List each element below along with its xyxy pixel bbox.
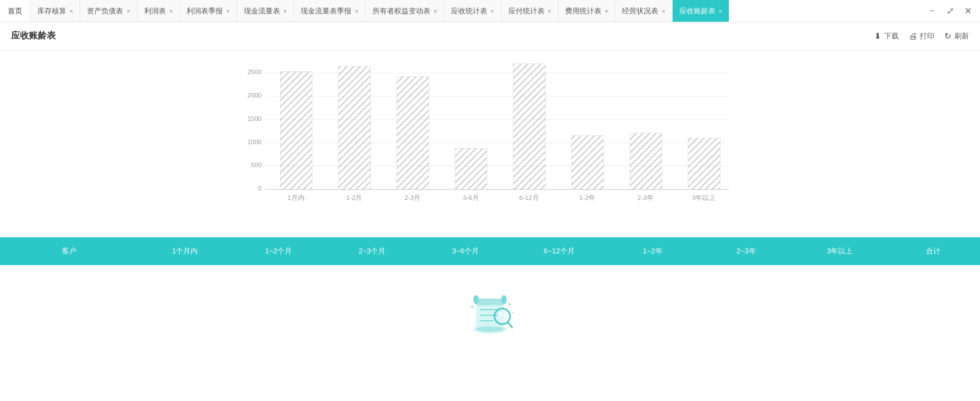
tab-profit-close[interactable]: × [169,8,173,14]
tab-cashflow-label: 现金流量表 [244,6,280,16]
col-header-1-2m: 1~2个月 [232,246,325,256]
window-minimize-button[interactable]: － [924,3,940,19]
main-content: 2500 2000 1500 1000 500 0 [0,50,980,401]
tab-equity-close[interactable]: × [434,8,437,14]
download-label: 下载 [884,31,899,41]
col-header-3-6m: 3~6个月 [419,246,512,256]
tab-ar-aging[interactable]: 应收账龄表 × [673,0,729,22]
tab-operations[interactable]: 经营状况表 × [615,0,672,22]
chart-container: 2500 2000 1500 1000 500 0 [239,61,741,226]
tab-ar-aging-close[interactable]: × [719,8,722,14]
tab-ap-stats[interactable]: 应付统计表 × [502,0,558,22]
bar-2 [339,66,371,189]
tab-profit-quarterly[interactable]: 利润表季报 × [180,0,237,22]
bar-1 [280,71,312,189]
col-header-2-3y: 2~3年 [699,246,793,256]
tab-operations-label: 经营状况表 [622,6,658,16]
tab-equity-label: 所有者权益变动表 [373,6,430,16]
tab-operations-close[interactable]: × [661,8,665,14]
svg-point-37 [512,312,513,314]
tab-cashflow[interactable]: 现金流量表 × [237,0,294,22]
svg-text:1500: 1500 [247,115,262,122]
bar-3 [397,77,429,190]
chart-section: 2500 2000 1500 1000 500 0 [0,50,980,237]
tab-ar-stats[interactable]: 应收统计表 × [444,0,501,22]
svg-point-32 [498,312,502,316]
tab-cashflow-quarterly-label: 现金流量表季报 [301,6,351,16]
svg-text:1-2月: 1-2月 [346,194,362,201]
tab-bar-actions: － ⤢ ✕ [924,3,980,19]
svg-text:1000: 1000 [247,139,262,145]
svg-text:2-3月: 2-3月 [405,194,421,201]
tab-balance-sheet-label: 资产负债表 [87,6,123,16]
tab-cashflow-quarterly-close[interactable]: × [355,8,358,14]
tab-balance-sheet-close[interactable]: × [126,8,130,14]
tab-ar-stats-label: 应收统计表 [451,6,487,16]
svg-text:2500: 2500 [247,69,262,75]
window-maximize-button[interactable]: ⤢ [942,3,958,19]
print-button[interactable]: 🖨 打印 [909,31,934,41]
svg-text:3-6月: 3-6月 [463,194,479,201]
page-title: 应收账龄表 [11,30,56,42]
tab-ar-aging-label: 应收账龄表 [679,6,716,16]
tab-equity[interactable]: 所有者权益变动表 × [366,0,444,22]
tab-cashflow-close[interactable]: × [283,8,287,14]
empty-section [0,265,980,349]
bar-4 [455,149,487,190]
svg-text:1-2年: 1-2年 [579,194,595,201]
tab-profit[interactable]: 利润表 × [138,0,180,22]
page-header: 应收账龄表 ⬇ 下载 🖨 打印 ↻ 刷新 [0,22,980,50]
table-header: 客户 1个月内 1~2个月 2~3个月 3~6个月 6~12个月 1~2年 2~… [0,237,980,265]
download-button[interactable]: ⬇ 下载 [874,31,899,41]
tab-expense-stats[interactable]: 费用统计表 × [558,0,615,22]
header-actions: ⬇ 下载 🖨 打印 ↻ 刷新 [874,31,969,41]
tab-expense-stats-label: 费用统计表 [565,6,601,16]
svg-line-31 [508,322,512,327]
svg-text:0: 0 [258,185,261,192]
tab-cashflow-quarterly[interactable]: 现金流量表季报 × [294,0,365,22]
col-header-1m: 1个月内 [138,246,232,256]
download-icon: ⬇ [874,31,881,41]
empty-illustration [462,287,518,338]
svg-point-36 [508,303,511,305]
bar-5 [513,64,546,190]
svg-rect-24 [476,299,504,305]
tab-profit-quarterly-close[interactable]: × [226,8,229,14]
col-header-2-3m: 2~3个月 [325,246,419,256]
tab-expense-stats-close[interactable]: × [605,8,608,14]
tab-profit-label: 利润表 [144,6,166,16]
bar-chart: 2500 2000 1500 1000 500 0 [239,61,741,224]
refresh-label: 刷新 [954,31,969,41]
tab-profit-quarterly-label: 利润表季报 [187,6,223,16]
svg-text:3年以上: 3年以上 [692,194,716,201]
svg-text:2000: 2000 [247,92,262,99]
svg-text:6-12月: 6-12月 [520,194,539,201]
refresh-button[interactable]: ↻ 刷新 [944,31,969,41]
tab-balance-sheet[interactable]: 资产负债表 × [80,0,137,22]
tab-ap-stats-label: 应付统计表 [508,6,545,16]
tab-ar-stats-close[interactable]: × [491,8,494,14]
bar-8 [688,138,721,189]
tab-ap-stats-close[interactable]: × [548,8,551,14]
col-header-1-2y: 1~2年 [606,246,699,256]
col-header-3y-plus: 3年以上 [793,246,886,256]
tab-inventory[interactable]: 库存核算 × [31,0,80,22]
print-icon: 🖨 [909,31,917,41]
svg-point-34 [501,295,507,304]
tab-home[interactable]: 首页 [0,0,31,22]
svg-text:2-3年: 2-3年 [638,194,654,201]
bar-7 [630,133,662,189]
window-close-button[interactable]: ✕ [960,3,976,19]
col-header-6-12m: 6~12个月 [512,246,606,256]
svg-point-35 [471,306,473,308]
print-label: 打印 [920,31,934,41]
home-tab-label: 首页 [8,6,22,16]
svg-point-33 [473,295,479,304]
svg-text:500: 500 [251,162,262,168]
svg-point-25 [476,326,504,332]
col-header-total: 合计 [886,246,980,256]
tab-inventory-close[interactable]: × [70,8,73,14]
svg-point-30 [497,311,507,321]
bar-6 [572,136,604,190]
tab-inventory-label: 库存核算 [37,6,66,16]
